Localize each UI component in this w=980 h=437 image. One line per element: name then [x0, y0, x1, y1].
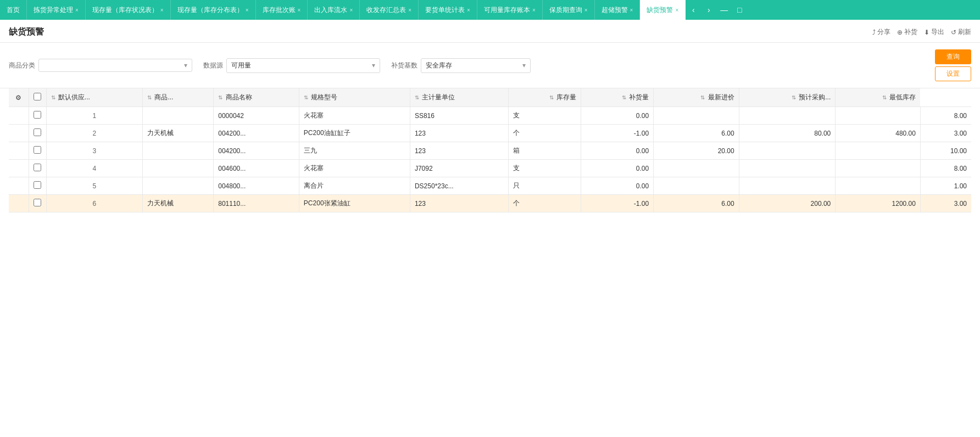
tab-bar: 首页 拣货异常处理 × 现存量（库存状况表） × 现存量（库存分布表） × 库存… — [0, 0, 980, 20]
replenish-button[interactable]: ⊕ 补货 — [897, 27, 917, 37]
sort-est-purchase-icon: ⇅ — [792, 94, 796, 100]
row-supplier: 力天机械 — [143, 195, 214, 212]
row-est-purchase — [836, 160, 921, 177]
row-name: PC200张紧油缸 — [299, 195, 410, 212]
row-stock: -1.00 — [581, 125, 654, 142]
tab-available-ledger[interactable]: 可用量库存账本 × — [477, 0, 543, 20]
close-tab-batch-account[interactable]: × — [298, 7, 301, 13]
row-spec: 123 — [410, 142, 509, 160]
row-checkbox[interactable] — [34, 146, 41, 154]
row-code: 004200... — [214, 142, 299, 160]
row-gear-cell — [9, 107, 29, 125]
datasource-select[interactable]: 可用量 ▾ — [226, 58, 380, 73]
row-checkbox[interactable] — [34, 164, 41, 171]
row-num: 4 — [46, 160, 143, 177]
row-supplier — [143, 107, 214, 125]
close-tab-overstock[interactable]: × — [630, 7, 633, 13]
row-stock: -1.00 — [581, 195, 654, 212]
close-tab-expiry-query[interactable]: × — [584, 7, 588, 13]
row-checkbox[interactable] — [34, 181, 41, 189]
th-gear[interactable]: ⚙ — [9, 88, 29, 107]
close-tab-order-stats[interactable]: × — [467, 7, 470, 13]
replenish-icon: ⊕ — [897, 29, 903, 36]
tab-shortage[interactable]: 缺货预警 × — [640, 0, 686, 20]
tab-next-button[interactable]: › — [701, 0, 716, 20]
row-gear-cell — [9, 142, 29, 160]
row-checkbox-cell — [29, 195, 46, 212]
table-row: 1 0000042 火花塞 SS816 支 0.00 8.00 — [9, 107, 971, 125]
tab-batch-account[interactable]: 库存批次账 × — [256, 0, 308, 20]
close-tab-receive-summary[interactable]: × — [408, 7, 411, 13]
row-min-stock: 3.00 — [920, 125, 971, 142]
tab-overstock[interactable]: 超储预警 × — [595, 0, 641, 20]
close-tab-inventory-dist[interactable]: × — [246, 7, 249, 13]
row-checkbox[interactable] — [34, 199, 41, 206]
close-tab-abnormal[interactable]: × — [75, 7, 79, 13]
th-code[interactable]: ⇅ 商品... — [143, 88, 214, 107]
row-code: 0000042 — [214, 107, 299, 125]
close-tab-available-ledger[interactable]: × — [532, 7, 536, 13]
tab-home[interactable]: 首页 — [0, 0, 27, 20]
row-est-purchase: 1200.00 — [836, 195, 921, 212]
sort-name-icon: ⇅ — [218, 94, 222, 100]
close-tab-inventory-status[interactable]: × — [160, 7, 164, 13]
th-est-purchase[interactable]: ⇅ 预计采购... — [739, 88, 836, 107]
th-latest-price[interactable]: ⇅ 最新进价 — [654, 88, 739, 107]
row-name: 火花塞 — [299, 160, 410, 177]
tab-inout-flow[interactable]: 出入库流水 × — [308, 0, 360, 20]
row-est-purchase — [836, 142, 921, 160]
tab-receive-summary[interactable]: 收发存汇总表 × — [360, 0, 419, 20]
close-tab-shortage[interactable]: × — [675, 7, 678, 13]
tab-abnormal[interactable]: 拣货异常处理 × — [27, 0, 86, 20]
tab-expiry-query[interactable]: 保质期查询 × — [543, 0, 595, 20]
export-button[interactable]: ⬇ 导出 — [924, 27, 944, 37]
row-min-stock: 8.00 — [920, 160, 971, 177]
maximize-button[interactable]: □ — [732, 0, 747, 20]
row-latest-price: 80.00 — [739, 125, 836, 142]
category-select[interactable]: ▾ — [38, 59, 192, 72]
th-name[interactable]: ⇅ 商品名称 — [214, 88, 299, 107]
tab-inventory-dist[interactable]: 现存量（库存分布表） × — [171, 0, 256, 20]
table-header-row: ⚙ ⇅ 默认供应... ⇅ 商品... ⇅ 商品名称 — [9, 88, 971, 107]
row-num: 3 — [46, 142, 143, 160]
row-checkbox-cell — [29, 177, 46, 195]
close-tab-inout-flow[interactable]: × — [349, 7, 353, 13]
row-supplier — [143, 142, 214, 160]
refresh-button[interactable]: ↺ 刷新 — [951, 27, 971, 37]
share-button[interactable]: ⤴ 分享 — [872, 27, 890, 37]
th-unit[interactable]: ⇅ 主计量单位 — [410, 88, 509, 107]
row-stock: 0.00 — [581, 107, 654, 125]
th-stock[interactable]: ⇅ 库存量 — [509, 88, 581, 107]
row-unit: 箱 — [509, 142, 581, 160]
row-supplier: 力天机械 — [143, 125, 214, 142]
row-name: 火花塞 — [299, 107, 410, 125]
replenish-base-dropdown-icon: ▾ — [522, 61, 526, 69]
row-spec: DS250*23c... — [410, 177, 509, 195]
th-replenish[interactable]: ⇅ 补货量 — [581, 88, 654, 107]
header-actions: ⤴ 分享 ⊕ 补货 ⬇ 导出 ↺ 刷新 — [872, 27, 971, 37]
category-filter-group: 商品分类 ▾ — [9, 59, 192, 72]
minimize-button[interactable]: — — [716, 0, 732, 20]
th-supplier[interactable]: ⇅ 默认供应... — [46, 88, 143, 107]
row-checkbox[interactable] — [34, 111, 41, 119]
query-button[interactable]: 查询 — [935, 49, 971, 64]
row-code: 004800... — [214, 177, 299, 195]
th-min-stock[interactable]: ⇅ 最低库存 — [836, 88, 921, 107]
tab-order-stats[interactable]: 要货单统计表 × — [419, 0, 477, 20]
row-latest-price — [739, 177, 836, 195]
tab-inventory-status[interactable]: 现存量（库存状况表） × — [86, 0, 171, 20]
select-all-checkbox[interactable] — [34, 93, 41, 100]
replenish-base-select[interactable]: 安全库存 ▾ — [421, 58, 531, 73]
row-min-stock: 8.00 — [920, 107, 971, 125]
data-table: ⚙ ⇅ 默认供应... ⇅ 商品... ⇅ 商品名称 — [9, 88, 971, 212]
th-spec[interactable]: ⇅ 规格型号 — [299, 88, 410, 107]
datasource-select-value: 可用量 — [231, 61, 251, 70]
row-num: 1 — [46, 107, 143, 125]
sort-spec-icon: ⇅ — [304, 94, 308, 100]
row-checkbox[interactable] — [34, 128, 41, 136]
row-replenish: 20.00 — [654, 142, 739, 160]
th-checkbox — [29, 88, 46, 107]
settings-button[interactable]: 设置 — [935, 66, 971, 81]
tab-prev-button[interactable]: ‹ — [686, 0, 701, 20]
export-icon: ⬇ — [924, 29, 929, 36]
